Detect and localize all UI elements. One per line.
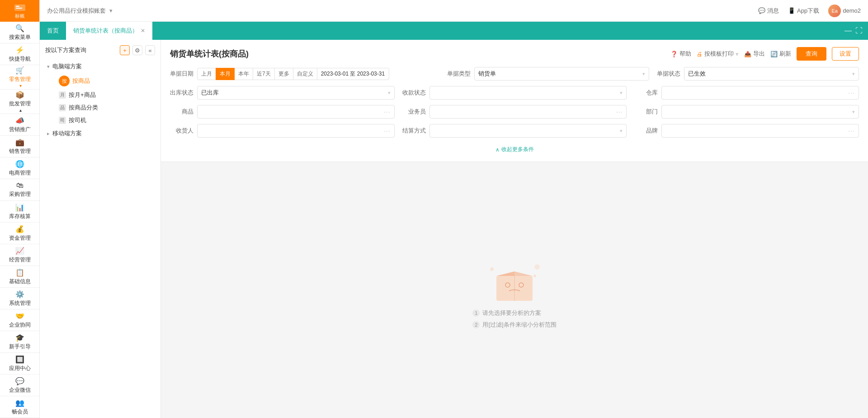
docstatus-value: 已生效 [688, 70, 706, 78]
tree-sub-product-label: 按商品 [72, 77, 90, 85]
date-btn-more[interactable]: 更多 [274, 68, 293, 80]
sidebar-item-retail[interactable]: 🛒 零售管理 ▾ [0, 65, 39, 90]
doctype-input[interactable]: 销货单 ▾ [474, 67, 649, 81]
sidebar-item-finance[interactable]: 💰 资金管理 [0, 223, 39, 244]
sidebar-item-basic-label: 基础信息 [9, 278, 31, 285]
payment-input[interactable]: ▾ [429, 124, 627, 138]
tab-close-icon[interactable]: ✕ [141, 28, 145, 34]
member-icon: 👥 [15, 399, 24, 407]
sidebar-item-system[interactable]: ⚙️ 系统管理 [0, 288, 39, 309]
outstatus-label: 出库状态 [170, 89, 197, 97]
print-btn[interactable]: 🖨 按模板打印 ▾ [697, 50, 739, 58]
tree-sub-item-month-product[interactable]: 月 按月+商品 [40, 89, 160, 101]
warehouse-input[interactable]: ··· [661, 86, 859, 100]
date-btn-last-month[interactable]: 上月 [197, 68, 216, 80]
tree-sub-item-category[interactable]: 品 按商品分类 [40, 101, 160, 114]
sidebar-item-sales-label: 销售管理 [9, 147, 31, 155]
tree-desktop-section[interactable]: ▾ 电脑端方案 [40, 60, 160, 73]
collapse-btn[interactable]: ∧ 收起更多条件 [495, 146, 534, 153]
sidebar-item-sales[interactable]: 💼 销售管理 [0, 136, 39, 157]
sidebar-item-ecommerce-label: 电商管理 [9, 169, 31, 177]
tree-sub-item-driver[interactable]: 司 按司机 [40, 114, 160, 127]
product-input[interactable]: ··· [197, 105, 395, 119]
sidebar-item-marketing-label: 营销推广 [9, 126, 31, 133]
svg-rect-1 [16, 6, 19, 7]
date-range-display[interactable]: 2023-03-01 至 2023-03-31 [317, 68, 389, 80]
settings-button[interactable]: 设置 [832, 47, 859, 61]
sidebar-item-operations-label: 经营管理 [9, 256, 31, 264]
salesman-label: 业务员 [402, 108, 429, 116]
logo-area[interactable]: 标账 [0, 0, 39, 22]
sidebar-item-search[interactable]: 🔍 搜索菜单 [0, 22, 39, 43]
sidebar-item-ecommerce[interactable]: 🌐 电商管理 [0, 157, 39, 179]
sidebar-item-retail-label: 零售管理 [9, 76, 31, 83]
export-btn[interactable]: 📤 导出 [744, 50, 765, 58]
sidebar-item-guide[interactable]: 🎓 新手引导 [0, 331, 39, 353]
svg-point-8 [534, 264, 540, 270]
tree-sub-item-product[interactable]: 按 按商品 [40, 73, 160, 89]
page-title-bar: 销货单统计表(按商品) ❓ 帮助 🖨 按模板打印 ▾ 📤 [170, 47, 859, 61]
date-btn-this-year[interactable]: 本年 [234, 68, 253, 80]
salesman-input[interactable]: ··· [429, 105, 627, 119]
sidebar-item-enterprise-label: 企业协同 [9, 321, 31, 329]
left-panel-title: 按以下方案查询 [45, 46, 86, 54]
settings-scheme-btn[interactable]: ⚙ [132, 45, 142, 55]
filter-row-3: 商品 ··· 业务员 ··· [170, 105, 859, 119]
divider-1 [443, 67, 443, 81]
tree-mobile-section[interactable]: ▸ 移动端方案 [40, 127, 160, 140]
sidebar-item-member[interactable]: 👥 畅会员 [0, 396, 39, 418]
app-download-btn[interactable]: 📱 App下载 [788, 7, 819, 15]
content-body: 1 请先选择要分析的方案 2 用[过滤]条件来缩小分析范围 [161, 162, 868, 418]
docstatus-input[interactable]: 已生效 ▾ [684, 67, 859, 81]
filter-field-receiptstatus: 收款状态 ▾ [402, 86, 627, 100]
sidebar-item-wechat[interactable]: 💬 企业微信 [0, 375, 39, 396]
tab-home[interactable]: 首页 [40, 22, 66, 40]
ecommerce-icon: 🌐 [15, 160, 24, 168]
sidebar-item-marketing[interactable]: 📣 营销推广 [0, 114, 39, 136]
collapse-panel-btn[interactable]: « [145, 45, 155, 55]
user-area[interactable]: Ea demo2 [828, 5, 861, 17]
app-download-label: App下载 [797, 7, 819, 15]
divider-8 [630, 124, 631, 138]
date-btn-this-month[interactable]: 本月 [216, 68, 235, 80]
sidebar-item-member-label: 畅会员 [12, 408, 28, 416]
sidebar-item-basic[interactable]: 📋 基础信息 [0, 266, 39, 288]
sidebar-item-guide-label: 新手引导 [9, 343, 31, 351]
help-icon: ❓ [670, 51, 678, 57]
refresh-btn[interactable]: 🔄 刷新 [770, 50, 791, 58]
recipient-input[interactable]: ··· [197, 124, 395, 138]
sidebar-item-enterprise[interactable]: 🤝 企业协同 [0, 309, 39, 331]
sidebar-item-purchase[interactable]: 🛍 采购管理 [0, 179, 39, 201]
tab-active[interactable]: 销货单统计表（按商品） ✕ [66, 22, 152, 40]
sidebar-item-operations[interactable]: 📈 经营管理 [0, 244, 39, 266]
tab-maximize-icon[interactable]: ⛶ [855, 27, 863, 35]
brand-input[interactable]: ··· [661, 124, 859, 138]
tree-desktop-label: 电脑端方案 [52, 62, 82, 71]
sidebar-item-wholesale[interactable]: 📦 批发管理 ▴ [0, 90, 39, 114]
outstatus-input[interactable]: 已出库 ▾ [197, 86, 395, 100]
message-icon: 💬 [758, 7, 765, 14]
receiptstatus-arrow-icon: ▾ [620, 90, 623, 96]
filter-area: 销货单统计表(按商品) ❓ 帮助 🖨 按模板打印 ▾ 📤 [161, 40, 868, 162]
main-area: 办公用品行业模拟账套 ▾ 💬 消息 📱 App下载 Ea demo2 首页 [40, 0, 868, 418]
message-btn[interactable]: 💬 消息 [758, 7, 779, 15]
breadcrumb-dropdown-icon[interactable]: ▾ [109, 7, 113, 14]
date-btn-custom[interactable]: 自定义 [293, 68, 317, 80]
shortcuts-icon: ⚡ [15, 46, 24, 54]
help-btn[interactable]: ❓ 帮助 [670, 50, 691, 58]
payment-arrow-icon: ▾ [620, 128, 623, 134]
tab-minimize-icon[interactable]: — [844, 27, 852, 35]
empty-illustration [478, 251, 551, 305]
receiptstatus-input[interactable]: ▾ [429, 86, 627, 100]
add-scheme-btn[interactable]: + [120, 45, 130, 55]
filter-field-warehouse: 仓库 ··· [634, 86, 859, 100]
refresh-label: 刷新 [779, 50, 791, 58]
dept-input[interactable]: ▾ [661, 105, 859, 119]
query-button[interactable]: 查询 [797, 47, 826, 61]
hint1-badge: 1 [472, 309, 480, 317]
sidebar-item-shortcuts[interactable]: ⚡ 快捷导航 [0, 43, 39, 65]
date-btn-last7[interactable]: 近7天 [253, 68, 275, 80]
sidebar-item-appcenter[interactable]: 🔲 应用中心 [0, 353, 39, 375]
filter-row-2: 出库状态 已出库 ▾ 收款状态 ▾ [170, 86, 859, 100]
sidebar-item-inventory[interactable]: 📊 库存核算 [0, 201, 39, 223]
